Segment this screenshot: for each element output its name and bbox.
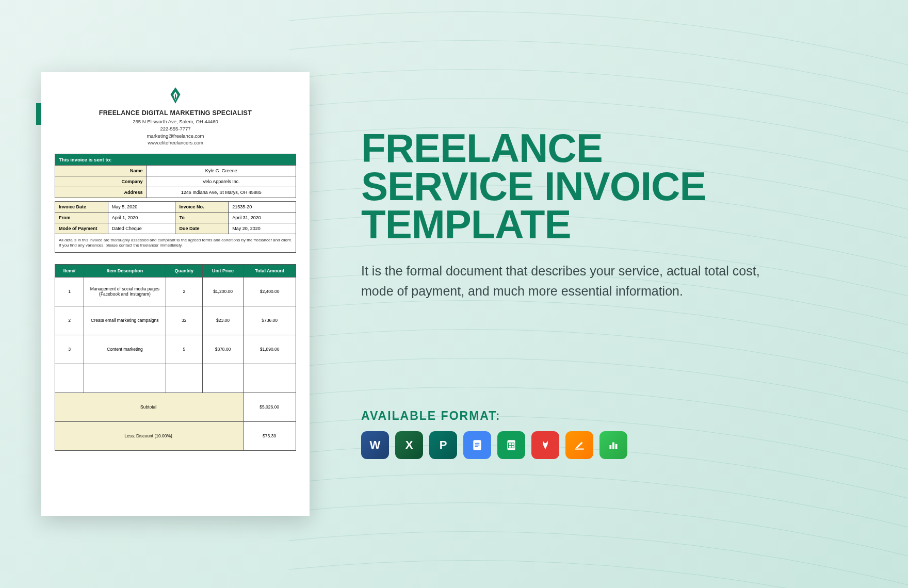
invoice-document: FREELANCE DIGITAL MARKETING SPECIALIST 2… bbox=[41, 72, 310, 516]
recipient-table: This invoice is sent to: NameKyle G. Gre… bbox=[55, 154, 296, 198]
svg-rect-3 bbox=[475, 445, 480, 446]
format-list: W X P bbox=[361, 431, 805, 459]
invoice-note: All details in this invoice are thorough… bbox=[55, 234, 296, 253]
svg-rect-11 bbox=[612, 443, 614, 449]
sent-to-header: This invoice is sent to: bbox=[55, 154, 296, 166]
svg-rect-4 bbox=[475, 447, 478, 448]
word-icon[interactable]: W bbox=[361, 431, 389, 459]
info-panel: FREELANCE SERVICE INVOICE TEMPLATE It is… bbox=[361, 129, 805, 460]
table-row: 1 Management of social media pages (Face… bbox=[55, 277, 296, 306]
company-address: 265 N Ellsworth Ave, Salem, OH 44460 bbox=[55, 118, 296, 125]
svg-rect-12 bbox=[615, 444, 618, 449]
apple-numbers-icon[interactable] bbox=[599, 431, 627, 459]
company-email: marketing@freelance.com bbox=[55, 133, 296, 140]
pen-logo-icon bbox=[168, 87, 183, 104]
svg-rect-9 bbox=[575, 449, 583, 450]
description-text: It is the formal document that describes… bbox=[361, 261, 774, 301]
format-label: AVAILABLE FORMAT: bbox=[361, 409, 805, 423]
table-row: 2 Create email marketing campaigns 32 $2… bbox=[55, 306, 296, 335]
invoice-header: FREELANCE DIGITAL MARKETING SPECIALIST 2… bbox=[55, 87, 296, 146]
google-docs-icon[interactable] bbox=[463, 431, 491, 459]
svg-rect-10 bbox=[609, 445, 611, 449]
meta-table: Invoice Date May 5, 2020 Invoice No. 215… bbox=[55, 201, 296, 234]
company-phone: 222-555-7777 bbox=[55, 125, 296, 133]
company-website: www.elitefreelancers.com bbox=[55, 139, 296, 146]
google-sheets-icon[interactable] bbox=[497, 431, 525, 459]
items-table: Item# Item Description Quantity Unit Pri… bbox=[55, 264, 296, 451]
table-row: 3 Content marketing 5 $378.00 $1,890.00 bbox=[55, 335, 296, 364]
company-name: FREELANCE DIGITAL MARKETING SPECIALIST bbox=[55, 109, 296, 117]
svg-rect-0 bbox=[175, 94, 176, 100]
publisher-icon[interactable]: P bbox=[429, 431, 457, 459]
pdf-icon[interactable] bbox=[531, 431, 559, 459]
accent-tab bbox=[36, 103, 41, 125]
svg-rect-2 bbox=[475, 443, 480, 444]
table-row bbox=[55, 364, 296, 393]
excel-icon[interactable]: X bbox=[395, 431, 423, 459]
page-title: FREELANCE SERVICE INVOICE TEMPLATE bbox=[361, 129, 805, 243]
apple-pages-icon[interactable] bbox=[565, 431, 593, 459]
